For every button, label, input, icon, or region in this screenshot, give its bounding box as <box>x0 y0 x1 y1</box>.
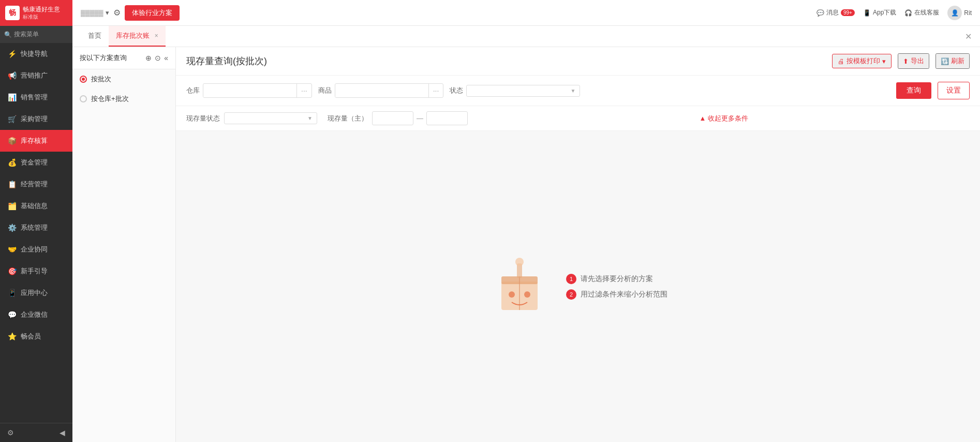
export-button[interactable]: ⬆ 导出 <box>898 53 929 69</box>
tip-text-1: 请先选择要分析的方案 <box>581 274 653 284</box>
qty-max-input[interactable] <box>426 111 468 125</box>
purchase-icon: 🛒 <box>7 114 17 124</box>
search-icon: 🔍 <box>4 31 12 38</box>
empty-tip-1: 1 请先选择要分析的方案 <box>566 274 667 284</box>
topbar-left: ▓▓▓▓▓ ▾ ⚙ 体验行业方案 <box>81 5 810 21</box>
sidebar-item-member[interactable]: ⭐ 畅会员 <box>0 326 72 347</box>
collapse-sidebar-icon[interactable]: ◀ <box>60 429 65 437</box>
warehouse-label: 仓库 <box>186 86 200 95</box>
export-icon: ⬆ <box>903 57 909 65</box>
sidebar-search[interactable]: 🔍 搜索菜单 <box>0 26 72 43</box>
tab-home[interactable]: 首页 <box>81 26 109 47</box>
sidebar-label-marketing: 营销推广 <box>21 71 48 80</box>
print-button[interactable]: 🖨 按模板打印 ▾ <box>832 54 892 68</box>
newbie-icon: 🎯 <box>7 267 17 276</box>
warehouse-input[interactable] <box>203 84 296 97</box>
qty-dash: — <box>417 114 423 122</box>
sidebar: 畅 畅康通好生意 标准版 🔍 搜索菜单 ⚡ 快捷导航 📢 营销推广 📊 销售管理… <box>0 0 72 442</box>
qty-min-input[interactable] <box>372 111 413 125</box>
filter-panel-actions: ⊕ ⊙ « <box>145 54 168 62</box>
sidebar-label-weixin: 企业微信 <box>21 310 48 319</box>
sidebar-item-basic[interactable]: 🗂️ 基础信息 <box>0 195 72 217</box>
message-label: 消息 <box>826 8 839 17</box>
sidebar-item-sales[interactable]: 📊 销售管理 <box>0 86 72 108</box>
customer-service-button[interactable]: 🎧 在线客服 <box>904 8 939 17</box>
tab-close-button[interactable]: × <box>155 32 158 39</box>
tab-inventory-batch[interactable]: 库存批次账 × <box>109 26 166 47</box>
sidebar-item-enterprise[interactable]: 🤝 企业协同 <box>0 239 72 260</box>
tip-text-2: 用过滤条件来缩小分析范围 <box>581 290 667 299</box>
svg-point-3 <box>509 291 515 298</box>
page-title: 现存量查询(按批次) <box>186 55 267 67</box>
sidebar-item-inventory[interactable]: 📦 库存核算 <box>0 130 72 152</box>
filter-panel-header: 按以下方案查询 ⊕ ⊙ « <box>72 47 175 69</box>
collapse-filter-icon[interactable]: « <box>164 54 168 62</box>
settings-button[interactable]: 设置 <box>938 82 970 99</box>
user-profile[interactable]: 👤 Rit <box>947 6 972 20</box>
message-icon: 💬 <box>816 9 824 17</box>
sidebar-item-weixin[interactable]: 💬 企业微信 <box>0 304 72 326</box>
finance-icon: 💰 <box>7 158 17 167</box>
query-button[interactable]: 查询 <box>896 82 931 99</box>
print-icon: 🖨 <box>838 57 844 65</box>
warehouse-dots-button[interactable]: ··· <box>296 84 311 97</box>
page-content: 按以下方案查询 ⊕ ⊙ « 按批次 按仓库+批次 现存量查询(按批次) <box>72 47 980 442</box>
inventory-icon: 📦 <box>7 136 17 145</box>
sidebar-label-newbie: 新手引导 <box>21 267 48 276</box>
settings-filter-icon[interactable]: ⊙ <box>155 54 161 62</box>
sidebar-item-marketing[interactable]: 📢 营销推广 <box>0 65 72 86</box>
warehouse-input-wrap: ··· <box>203 83 312 98</box>
customer-service-label: 在线客服 <box>914 8 939 17</box>
tip-num-1: 1 <box>566 274 576 284</box>
settings-icon[interactable]: ⚙ <box>7 429 14 437</box>
sidebar-footer: ⚙ ◀ <box>0 423 72 442</box>
sidebar-item-ops[interactable]: 📋 经营管理 <box>0 173 72 195</box>
sidebar-item-appstore[interactable]: 📱 应用中心 <box>0 282 72 304</box>
sidebar-label-inventory: 库存核算 <box>21 136 48 145</box>
app-download-button[interactable]: 📱 App下载 <box>863 8 896 17</box>
gear-topbar-icon[interactable]: ⚙ <box>113 8 121 18</box>
search-label: 搜索菜单 <box>14 30 39 39</box>
sidebar-item-finance[interactable]: 💰 资金管理 <box>0 152 72 173</box>
filter-panel-title: 按以下方案查询 <box>80 53 127 63</box>
collapse-label: 收起更多条件 <box>708 114 748 123</box>
filter-option-warehouse-batch[interactable]: 按仓库+批次 <box>72 89 175 109</box>
stock-qty-field: 现存量（主） — <box>328 111 468 125</box>
sidebar-item-system[interactable]: ⚙️ 系统管理 <box>0 217 72 239</box>
panel-close-button[interactable]: ✕ <box>965 32 972 41</box>
filter-label-batch: 按批次 <box>91 75 111 84</box>
filter-fields: 仓库 ··· 商品 ··· <box>186 82 970 99</box>
sidebar-nav: ⚡ 快捷导航 📢 营销推广 📊 销售管理 🛒 采购管理 📦 库存核算 💰 资金管… <box>0 43 72 423</box>
app-subtitle: 标准版 <box>23 13 60 20</box>
stock-status-select[interactable]: ▼ <box>224 112 317 124</box>
collapse-more-button[interactable]: ▲ 收起更多条件 <box>700 114 749 123</box>
filter-option-batch[interactable]: 按批次 <box>72 69 175 89</box>
app-title-block: 畅康通好生意 标准版 <box>23 6 60 21</box>
app-download-label: App下载 <box>873 8 896 17</box>
tip-num-2: 2 <box>566 289 576 300</box>
message-badge: 99+ <box>841 9 855 16</box>
product-dots-button[interactable]: ··· <box>428 84 443 97</box>
sidebar-label-ops: 经营管理 <box>21 180 48 189</box>
username-label: Rit <box>964 9 972 17</box>
status-arrow-icon: ▼ <box>570 88 575 94</box>
radio-batch <box>80 76 87 83</box>
stock-status-arrow: ▼ <box>307 115 313 121</box>
sidebar-item-shortcut[interactable]: ⚡ 快捷导航 <box>0 43 72 65</box>
sidebar-item-purchase[interactable]: 🛒 采购管理 <box>0 108 72 130</box>
filter-row-2: 现存量状态 ▼ 现存量（主） — ▲ 收起更多条件 <box>176 106 980 131</box>
add-filter-icon[interactable]: ⊕ <box>145 54 152 62</box>
basic-icon: 🗂️ <box>7 201 17 211</box>
breadcrumb-select[interactable]: ▓▓▓▓▓ ▾ <box>81 9 109 17</box>
product-input[interactable] <box>335 84 428 97</box>
enterprise-icon: 🤝 <box>7 245 17 254</box>
sales-icon: 📊 <box>7 93 17 102</box>
app-title: 畅康通好生意 <box>23 6 60 14</box>
weixin-icon: 💬 <box>7 310 17 319</box>
refresh-button[interactable]: 🔃 刷新 <box>936 53 970 69</box>
topbar-right: 💬 消息 99+ 📱 App下载 🎧 在线客服 👤 Rit <box>816 6 972 20</box>
sidebar-item-newbie[interactable]: 🎯 新手引导 <box>0 260 72 282</box>
message-button[interactable]: 💬 消息 99+ <box>816 8 855 17</box>
industry-solution-button[interactable]: 体验行业方案 <box>125 5 180 21</box>
status-select[interactable]: ▼ <box>466 85 580 97</box>
